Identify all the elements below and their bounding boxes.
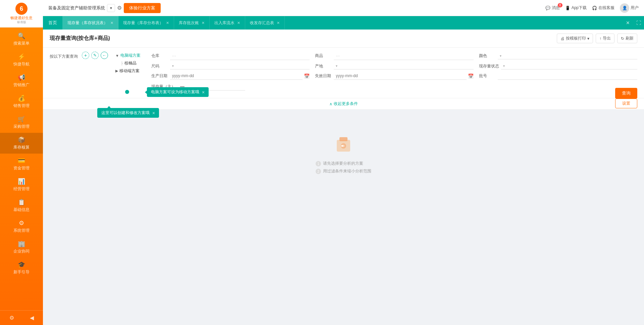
tree-toggle-desktop: ▼ [115,54,119,58]
prod-date-from-input[interactable] [170,72,303,80]
create-scheme-tooltip-close-btn[interactable]: × [152,110,155,116]
warehouse-dots: ··· [172,53,176,58]
goods-select[interactable]: ··· [334,52,473,60]
stock-status-label: 现存量状态 [479,63,499,69]
add-scheme-btn[interactable]: + [82,52,89,59]
sidebar-item-guide[interactable]: 🎓 新手引导 [0,258,43,278]
sidebar-item-marketing[interactable]: 📢 营销推广 [0,70,43,91]
system-dropdown-btn[interactable]: ▾ [107,4,115,12]
empty-state-steps: 1 请先选择要分析的方案 2 用过滤条件来缩小分析范围 [316,161,371,174]
size-select[interactable]: ▾ [170,63,310,69]
tab-collect-summary[interactable]: 收发存汇总表 ✕ [245,16,285,30]
batch-label: 批号 [479,73,496,79]
set-btn[interactable]: 设置 [615,99,637,108]
collapse-btn[interactable]: ∧ 收起更多条件 [329,101,358,107]
origin-select[interactable]: ▾ [334,63,473,69]
scheme-tree-desktop[interactable]: ▼ 电脑端方案 [115,52,141,59]
tab-batch-account-close[interactable]: ✕ [202,21,205,25]
export-label: 导出 [603,36,611,41]
sidebar-item-quick-nav[interactable]: ⚡ 快捷导航 [0,50,43,70]
sidebar-item-finance[interactable]: 💳 资金管理 [0,154,43,174]
sidebar-item-label: 经营管理 [13,186,30,192]
close-tab-btn[interactable]: ✕ [623,16,633,30]
sidebar-item-enterprise[interactable]: 🏢 企业协同 [0,237,43,258]
system-name-text: 装备及固定资产辅助管理系统 [48,5,105,11]
prod-date-calendar-icon[interactable]: 📅 [304,73,310,79]
scheme-tooltip-close-btn[interactable]: × [202,90,205,95]
warehouse-label: 仓库 [151,53,168,59]
sidebar-logo: 6 畅捷通好生意 标准版 [0,0,43,28]
sidebar-item-label: 基础信息 [13,207,30,213]
purchase-icon: 🛒 [18,115,25,123]
tab-batch-account-label: 库存批次账 [179,20,199,26]
sidebar-item-inventory[interactable]: 📦 库存核算 [0,133,43,154]
window-btns: ✕ ⛶ [623,16,644,30]
scheme-tree-desktop-sub[interactable]: ├ 桉楠品 [121,59,141,67]
filter-stock-main-row: 现存量（主） — [151,83,637,91]
quick-nav-icon: ⚡ [18,53,25,60]
prod-date-range: 📅 [170,72,310,80]
sidebar-collapse-btn[interactable]: ◀ [29,313,35,322]
tab-inventory-dist[interactable]: 现存量（库存分布表） ✕ [118,16,174,30]
search-btn[interactable]: 查询 [615,88,637,99]
scheme-tree-mobile[interactable]: ▶ 移动端方案 [115,67,141,75]
expire-date-calendar-icon[interactable]: 📅 [468,73,474,79]
export-btn[interactable]: ↑ 导出 [596,34,614,43]
tab-in-out-flow-close[interactable]: ✕ [237,21,240,25]
arrow-scheme-btn[interactable]: ← [101,52,108,59]
tab-collect-summary-label: 收发存汇总表 [250,20,274,26]
sidebar-settings-btn[interactable]: ⚙ [8,313,15,322]
empty-state: 1 请先选择要分析的方案 2 用过滤条件来缩小分析范围 [43,110,644,194]
sidebar-item-basic-info[interactable]: 📋 基础信息 [0,195,43,216]
sales-icon: 💰 [18,95,25,102]
color-select[interactable]: ▾ [498,53,637,59]
sidebar-item-label: 系统管理 [13,228,30,233]
tab-in-out-flow[interactable]: 出入库流水 ✕ [210,16,245,30]
sidebar-item-sales[interactable]: 💰 销售管理 [0,91,43,112]
tab-home-label: 首页 [48,20,57,26]
tab-inventory-status[interactable]: 现存量（库存状况表） ✕ [63,16,118,30]
phone-icon: 📱 [565,6,570,10]
expire-date-label: 失效日期 [315,73,332,79]
filter-goods-field: 商品 ··· [315,52,473,60]
origin-chevron-icon: ▾ [336,64,337,68]
svg-rect-1 [339,137,347,141]
tab-home[interactable]: 首页 [43,16,63,30]
tree-toggle-mobile: ▶ [115,69,118,73]
search-menu-icon: 🔍 [18,32,25,40]
filter-warehouse-field: 仓库 ··· [151,52,310,60]
sidebar-footer: ⚙ ◀ [0,310,43,325]
header-settings-icon[interactable]: ⚙ [117,5,122,11]
sidebar-item-purchase[interactable]: 🛒 采购管理 [0,112,43,133]
empty-step-1: 1 请先选择要分析的方案 [316,161,363,166]
dropdown-arrow-icon: ▾ [110,6,112,10]
app-download-label: App下载 [572,5,587,11]
edit-scheme-btn[interactable]: ✎ [91,52,99,59]
warehouse-select[interactable]: ··· [170,52,310,60]
tab-batch-account[interactable]: 库存批次账 ✕ [174,16,210,30]
sidebar-item-system[interactable]: ⚙ 系统管理 [0,216,43,237]
origin-label: 产地 [315,63,332,69]
sidebar: 6 畅捷通好生意 标准版 🔍 搜索菜单 ⚡ 快捷导航 📢 营销推广 💰 销售管理… [0,0,43,325]
sidebar-item-search-menu[interactable]: 🔍 搜索菜单 [0,29,43,50]
sidebar-nav: 🔍 搜索菜单 ⚡ 快捷导航 📢 营销推广 💰 销售管理 🛒 采购管理 📦 库存核… [0,28,43,310]
tab-collect-summary-close[interactable]: ✕ [277,21,280,25]
filter-color-field: 颜色 ▾ [479,52,637,60]
tab-inventory-status-close[interactable]: ✕ [110,21,113,25]
step2-text: 用过滤条件来缩小分析范围 [323,168,371,174]
online-support-btn[interactable]: 🎧 在线客服 [592,5,614,11]
scheme-mobile-label: 移动端方案 [119,68,140,74]
expire-date-from-input[interactable] [334,72,466,80]
refresh-btn[interactable]: ↻ 刷新 [617,34,637,43]
app-download-btn[interactable]: 📱 App下载 [565,5,587,11]
tab-inventory-dist-close[interactable]: ✕ [166,21,169,25]
maximize-tab-btn[interactable]: ⛶ [633,16,644,30]
template-print-btn[interactable]: 🖨 按模板打印 ▾ [557,34,593,43]
trial-btn[interactable]: 体验行业方案 [124,3,161,13]
msg-btn[interactable]: 💬 消息 8 [545,5,560,11]
batch-input[interactable] [498,72,637,80]
user-menu-btn[interactable]: 👤 用户 [620,3,639,13]
stock-status-select[interactable]: ▾ [501,63,637,69]
sidebar-item-operations[interactable]: 📊 经营管理 [0,174,43,195]
sidebar-item-label: 库存核算 [13,145,30,150]
